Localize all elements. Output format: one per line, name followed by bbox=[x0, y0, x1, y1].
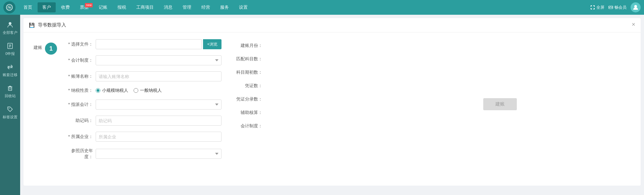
fullscreen-button[interactable]: 全屏 bbox=[590, 5, 604, 10]
small-scale-radio[interactable]: 小规模纳税人 bbox=[96, 87, 128, 93]
svg-point-3 bbox=[9, 22, 11, 25]
sidebar-label: 账套迁移 bbox=[3, 72, 17, 77]
accounting-system-select[interactable] bbox=[96, 55, 221, 65]
browse-button[interactable]: +浏览 bbox=[203, 39, 221, 49]
content-area: 💾 导爷数据导入 × 建账 1 * 选择文件： bbox=[20, 15, 644, 195]
build-btn-area: 建账 bbox=[349, 39, 631, 166]
info-label-4: 凭证分录数： bbox=[235, 96, 265, 102]
sidebar-item-标签设置[interactable]: 标签设置 bbox=[1, 103, 19, 122]
right-panel: 建账月份：匹配科目数：科目期初数：凭证数：凭证分录数：辅助核算：会计制度： 建账 bbox=[221, 39, 631, 166]
file-input[interactable] bbox=[96, 39, 202, 49]
accountant-select[interactable] bbox=[96, 100, 221, 110]
mnemonic-label: 助记码： bbox=[67, 118, 96, 124]
nav-item-工商项目[interactable]: 工商项目 bbox=[132, 2, 158, 12]
logo[interactable] bbox=[3, 1, 15, 13]
nav-item-消息[interactable]: 消息 bbox=[159, 2, 177, 12]
nav-item-客户[interactable]: 客户 bbox=[38, 2, 56, 12]
mnemonic-input[interactable] bbox=[96, 116, 221, 126]
info-section: 建账月份：匹配科目数：科目期初数：凭证数：凭证分录数：辅助核算：会计制度： bbox=[221, 39, 349, 166]
panel-body: 建账 1 * 选择文件： +浏览 * 会计制度： bbox=[23, 32, 641, 173]
transfer-icon bbox=[6, 63, 14, 71]
company-label: * 所属企业： bbox=[67, 134, 96, 140]
sidebar-label: 全部客户 bbox=[3, 30, 17, 35]
info-row-5: 辅助核算： bbox=[235, 110, 349, 116]
info-label-3: 凭证数： bbox=[235, 83, 265, 89]
nav-item-收费[interactable]: 收费 bbox=[56, 2, 75, 12]
trash-icon bbox=[6, 84, 14, 92]
sidebar-item-账套迁移[interactable]: 账套迁移 bbox=[1, 60, 19, 80]
nav-item-票据[interactable]: 票据new bbox=[75, 2, 93, 12]
small-scale-radio-input[interactable] bbox=[96, 88, 100, 93]
small-scale-label: 小规模纳税人 bbox=[102, 87, 128, 93]
right-top: 建账月份：匹配科目数：科目期初数：凭证数：凭证分录数：辅助核算：会计制度： 建账 bbox=[221, 39, 631, 166]
historical-year-select[interactable] bbox=[96, 149, 221, 159]
info-label-6: 会计制度： bbox=[235, 123, 265, 129]
info-row-1: 匹配科目数： bbox=[235, 56, 349, 62]
fullscreen-label: 全屏 bbox=[596, 5, 604, 10]
accountant-label: * 指派会计： bbox=[67, 102, 96, 108]
info-label-5: 辅助核算： bbox=[235, 110, 265, 116]
svg-point-11 bbox=[9, 108, 9, 109]
sidebar-item-全部客户[interactable]: 全部客户 bbox=[1, 18, 19, 38]
company-input[interactable] bbox=[96, 132, 221, 142]
vip-label: 畅会员 bbox=[614, 5, 627, 10]
nav-item-设置[interactable]: 设置 bbox=[234, 2, 252, 12]
nav-item-服务[interactable]: 服务 bbox=[215, 2, 234, 12]
tax-type-row: * 纳税性质： 小规模纳税人 一般纳税人 bbox=[67, 87, 221, 93]
step-label: 建账 bbox=[34, 43, 42, 51]
sidebar-item-0申报[interactable]: 0申报 bbox=[1, 39, 19, 59]
tax-type-radio-group: 小规模纳税人 一般纳税人 bbox=[96, 87, 221, 93]
accountant-row: * 指派会计： bbox=[67, 100, 221, 110]
avatar[interactable] bbox=[631, 2, 641, 12]
info-row-6: 会计制度： bbox=[235, 123, 349, 129]
svg-point-2 bbox=[634, 5, 637, 8]
nav-item-报税[interactable]: 报税 bbox=[113, 2, 131, 12]
file-input-group: +浏览 bbox=[96, 39, 221, 49]
nav-item-经营[interactable]: 经营 bbox=[197, 2, 215, 12]
info-row-2: 科目期初数： bbox=[235, 69, 349, 75]
ledger-name-input[interactable] bbox=[96, 71, 221, 81]
nav-badge-票据: new bbox=[85, 3, 93, 7]
panel-title: 导爷数据导入 bbox=[38, 22, 66, 28]
import-icon: 💾 bbox=[29, 22, 35, 28]
sidebar-label: 0申报 bbox=[5, 51, 15, 56]
ledger-name-label: * 账簿名称： bbox=[67, 73, 96, 79]
nav-items: 首页客户收费票据new记账报税工商项目消息管理经营服务设置 bbox=[19, 2, 590, 12]
step-circle: 1 bbox=[45, 43, 57, 55]
top-nav: 首页客户收费票据new记账报税工商项目消息管理经营服务设置 全屏 畅会员 bbox=[0, 0, 644, 15]
info-label-0: 建账月份： bbox=[235, 43, 265, 49]
panel: 💾 导爷数据导入 × 建账 1 * 选择文件： bbox=[23, 18, 641, 186]
report-icon bbox=[6, 42, 14, 50]
accounting-system-label: * 会计制度： bbox=[67, 57, 96, 63]
close-button[interactable]: × bbox=[632, 21, 635, 27]
info-row-0: 建账月份： bbox=[235, 43, 349, 49]
nav-item-首页[interactable]: 首页 bbox=[19, 2, 37, 12]
nav-item-记账[interactable]: 记账 bbox=[94, 2, 112, 12]
info-label-2: 科目期初数： bbox=[235, 69, 265, 75]
build-button[interactable]: 建账 bbox=[483, 98, 517, 110]
nav-item-管理[interactable]: 管理 bbox=[178, 2, 196, 12]
accounting-system-row: * 会计制度： bbox=[67, 55, 221, 65]
sidebar-label: 标签设置 bbox=[3, 115, 17, 120]
historical-year-label: 参照历史年度： bbox=[67, 148, 96, 160]
info-row-4: 凭证分录数： bbox=[235, 96, 349, 102]
file-row: * 选择文件： +浏览 bbox=[67, 39, 221, 49]
general-taxpayer-label: 一般纳税人 bbox=[140, 87, 162, 93]
tax-type-label: * 纳税性质： bbox=[67, 87, 96, 93]
company-row: * 所属企业： bbox=[67, 132, 221, 142]
sidebar-item-回收站[interactable]: 回收站 bbox=[1, 81, 19, 101]
main-layout: 全部客户0申报账套迁移回收站标签设置 💾 导爷数据导入 × 建账 1 bbox=[0, 15, 644, 195]
mnemonic-row: 助记码： bbox=[67, 116, 221, 126]
file-label: * 选择文件： bbox=[67, 41, 96, 47]
people-icon bbox=[6, 21, 14, 29]
tag-icon bbox=[6, 105, 14, 113]
form-section: * 选择文件： +浏览 * 会计制度： bbox=[67, 39, 221, 166]
sidebar-label: 回收站 bbox=[5, 93, 16, 99]
ledger-name-row: * 账簿名称： bbox=[67, 71, 221, 81]
general-taxpayer-radio-input[interactable] bbox=[134, 88, 138, 93]
general-taxpayer-radio[interactable]: 一般纳税人 bbox=[134, 87, 162, 93]
info-label-1: 匹配科目数： bbox=[235, 56, 265, 62]
vip-button[interactable]: 畅会员 bbox=[608, 5, 627, 10]
historical-year-row: 参照历史年度： bbox=[67, 148, 221, 160]
info-row-3: 凭证数： bbox=[235, 83, 349, 89]
